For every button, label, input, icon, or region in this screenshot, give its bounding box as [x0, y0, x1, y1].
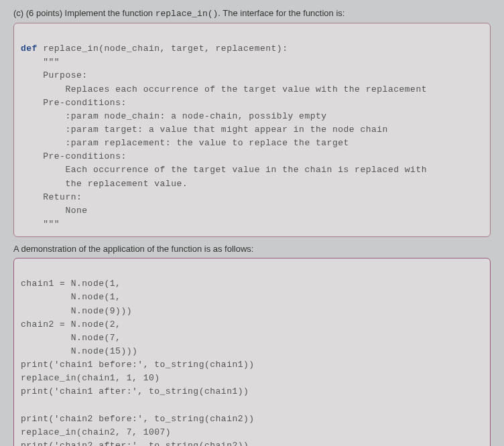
docstring-close: """: [43, 219, 60, 229]
return-heading: Return:: [43, 192, 82, 202]
question-suffix: . The interface for the function is:: [218, 8, 344, 18]
postcond-line2: the replacement value.: [65, 179, 188, 189]
demo-line: chain2 = N.node(2,: [21, 319, 121, 329]
demo-line: print('chain2 before:', to_string(chain2…: [21, 414, 255, 424]
postcond-line1: Each occurrence of the target value in t…: [65, 165, 427, 175]
docstring-open: """: [43, 57, 60, 67]
def-signature: replace_in(node_chain, target, replaceme…: [38, 44, 288, 54]
demo-line: replace_in(chain2, 7, 1007): [21, 427, 171, 437]
demo-intro: A demonstration of the application of th…: [13, 244, 491, 254]
precond-heading-2: Pre-conditions:: [43, 151, 127, 161]
demo-line: print('chain2 after:', to_string(chain2)…: [21, 441, 249, 446]
question-header: (c) (6 points) Implement the function re…: [13, 8, 491, 19]
demo-line: replace_in(chain1, 1, 10): [21, 373, 160, 383]
code-block-demo: chain1 = N.node(1, N.node(1, N.node(9)))…: [13, 258, 491, 446]
question-prefix: (c) (6 points) Implement the function: [13, 8, 155, 18]
return-value: None: [65, 206, 87, 216]
precond-heading-1: Pre-conditions:: [43, 98, 127, 108]
demo-line: chain1 = N.node(1,: [21, 279, 121, 289]
purpose-heading: Purpose:: [43, 70, 87, 80]
demo-line: print('chain1 after:', to_string(chain1)…: [21, 386, 249, 396]
param-node-chain: :param node_chain: a node-chain, possibl…: [65, 111, 326, 121]
def-keyword: def: [21, 44, 38, 54]
demo-line: N.node(9))): [21, 306, 132, 316]
code-block-interface: def replace_in(node_chain, target, repla…: [13, 23, 491, 237]
function-name: replace_in(): [155, 9, 218, 19]
param-target: :param target: a value that might appear…: [65, 125, 387, 135]
demo-line: N.node(15))): [21, 346, 137, 356]
demo-line: N.node(1,: [21, 292, 121, 302]
purpose-text: Replaces each occurrence of the target v…: [65, 84, 427, 94]
demo-line: N.node(7,: [21, 333, 121, 343]
demo-line: print('chain1 before:', to_string(chain1…: [21, 360, 255, 370]
param-replacement: :param replacement: the value to replace…: [65, 138, 349, 148]
